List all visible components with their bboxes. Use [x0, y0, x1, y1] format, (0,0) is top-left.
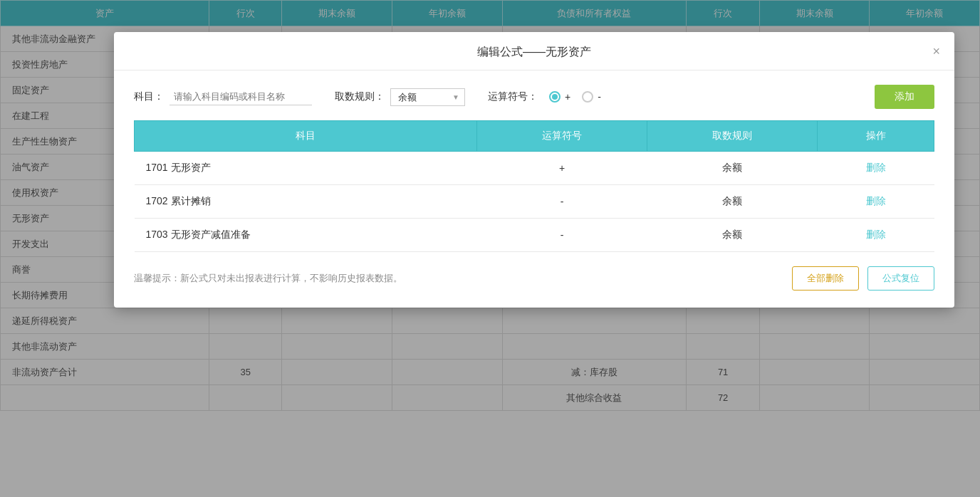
- delete-row-link[interactable]: 删除: [866, 195, 886, 206]
- modal-header: 编辑公式——无形资产 ×: [114, 32, 954, 70]
- formula-subject-cell: 1701 无形资产: [135, 152, 477, 185]
- operator-group: 运算符号： + -: [488, 90, 601, 103]
- operator-plus-radio[interactable]: +: [549, 91, 570, 103]
- formula-operator-cell: +: [476, 152, 647, 185]
- th-rule: 取数规则: [647, 121, 818, 152]
- table-row: 1703 无形资产减值准备-余额删除: [135, 219, 934, 252]
- reset-formula-button[interactable]: 公式复位: [867, 266, 934, 291]
- formula-rule-cell: 余额: [647, 152, 818, 185]
- radio-minus-circle: [582, 91, 593, 103]
- operator-label: 运算符号：: [488, 90, 538, 103]
- formula-operator-cell: -: [476, 219, 647, 252]
- formula-action-cell: 删除: [818, 185, 934, 219]
- operator-minus-label: -: [598, 91, 601, 103]
- formula-form-row: 科目： 取数规则： 余额 借方发生额 贷方发生额 借方累计 贷方累计 ▼ 运算符…: [114, 70, 954, 120]
- formula-table: 科目 运算符号 取数规则 操作 1701 无形资产+余额删除1702 累计摊销-…: [134, 120, 934, 252]
- th-subject: 科目: [135, 121, 477, 152]
- formula-table-wrapper: 科目 运算符号 取数规则 操作 1701 无形资产+余额删除1702 累计摊销-…: [134, 120, 934, 252]
- formula-operator-cell: -: [476, 185, 647, 219]
- footer-buttons: 全部删除 公式复位: [792, 266, 934, 291]
- hint-text: 温馨提示：新公式只对未出报表进行计算，不影响历史报表数据。: [134, 272, 402, 285]
- rule-select[interactable]: 余额 借方发生额 贷方发生额 借方累计 贷方累计: [390, 88, 465, 106]
- formula-action-cell: 删除: [818, 219, 934, 252]
- formula-subject-cell: 1702 累计摊销: [135, 185, 477, 219]
- th-action: 操作: [818, 121, 934, 152]
- table-row: 1702 累计摊销-余额删除: [135, 185, 934, 219]
- formula-subject-cell: 1703 无形资产减值准备: [135, 219, 477, 252]
- subject-label: 科目：: [134, 90, 164, 103]
- delete-row-link[interactable]: 删除: [866, 162, 886, 173]
- delete-row-link[interactable]: 删除: [866, 229, 886, 240]
- rule-label: 取数规则：: [335, 90, 385, 103]
- operator-minus-radio[interactable]: -: [582, 91, 601, 103]
- subject-input[interactable]: [170, 88, 312, 105]
- rule-select-wrapper: 余额 借方发生额 贷方发生额 借方累计 贷方累计 ▼: [390, 88, 465, 106]
- operator-plus-label: +: [565, 91, 570, 103]
- th-operator: 运算符号: [476, 121, 647, 152]
- formula-rule-cell: 余额: [647, 185, 818, 219]
- table-row: 1701 无形资产+余额删除: [135, 152, 934, 185]
- modal-close-button[interactable]: ×: [932, 45, 940, 58]
- operator-radio-group: + -: [549, 91, 601, 103]
- formula-rule-cell: 余额: [647, 219, 818, 252]
- radio-plus-circle: [549, 91, 561, 103]
- modal-footer: 温馨提示：新公式只对未出报表进行计算，不影响历史报表数据。 全部删除 公式复位: [114, 252, 954, 291]
- delete-all-button[interactable]: 全部删除: [792, 266, 859, 291]
- modal-title: 编辑公式——无形资产: [477, 45, 591, 60]
- formula-action-cell: 删除: [818, 152, 934, 185]
- subject-group: 科目：: [134, 88, 312, 105]
- rule-group: 取数规则： 余额 借方发生额 贷方发生额 借方累计 贷方累计 ▼: [335, 88, 465, 106]
- add-button[interactable]: 添加: [875, 85, 934, 109]
- edit-formula-modal: 编辑公式——无形资产 × 科目： 取数规则： 余额 借方发生额 贷方发生额 借方…: [114, 32, 954, 308]
